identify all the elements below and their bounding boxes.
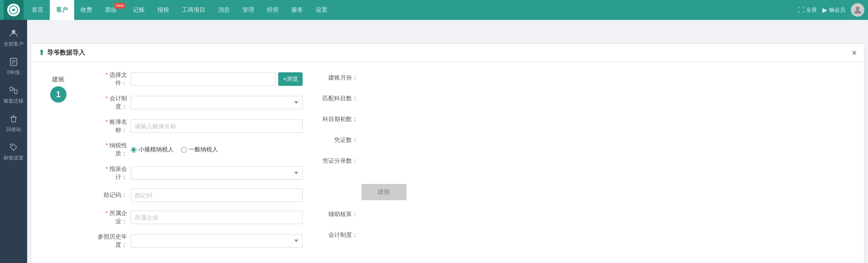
ledger-label: 账簿名称： <box>95 118 131 134</box>
company-label: 所属企业： <box>95 209 131 225</box>
file-row: 选择文件： +浏览 <box>95 71 303 87</box>
nav-items: 首页 客户 收费 票据 new 记账 报税 工商项目 消息 管理 经营 服务 设… <box>25 0 798 20</box>
ledger-input[interactable] <box>131 119 303 133</box>
accountant-label: 指派会计： <box>95 165 131 181</box>
vip-button[interactable]: ▶ 畅会员 <box>822 6 845 14</box>
nav-item-operation[interactable]: 经营 <box>261 0 285 20</box>
fullscreen-icon: ⛶ <box>798 6 804 14</box>
accounting-system-label: 会计制度： <box>321 231 361 239</box>
sidebar-label-zero-report: 0申报 <box>7 69 20 76</box>
dialog-header: ⬆ 导爷数据导入 × <box>31 44 864 62</box>
accountant-row: 指派会计： <box>95 165 303 181</box>
period-label: 科目期初数： <box>321 115 361 123</box>
close-button[interactable]: × <box>852 49 857 57</box>
history-label: 参照历史年度： <box>95 233 131 249</box>
info-area: 建账月份： 匹配科目数： 科目期初数： 凭证数： 凭证分录数： <box>312 71 438 256</box>
nav-item-invoice[interactable]: 票据 new <box>99 0 127 20</box>
period-row: 科目期初数： <box>321 113 429 126</box>
dialog-panel: ⬆ 导爷数据导入 × 建账 1 选择文件： +浏览 <box>31 43 864 263</box>
browse-button[interactable]: +浏览 <box>278 72 303 86</box>
file-input-wrap: +浏览 <box>131 72 303 86</box>
nav-item-tax[interactable]: 报税 <box>151 0 175 20</box>
voucher-label: 凭证数： <box>321 136 361 144</box>
main-content: ⬆ 导爷数据导入 × 建账 1 选择文件： +浏览 <box>27 40 868 263</box>
nav-item-client[interactable]: 客户 <box>50 0 74 20</box>
ledger-row: 账簿名称： <box>95 118 303 134</box>
tax-general-option[interactable]: 一般纳税人 <box>181 146 218 154</box>
new-badge: new <box>114 3 125 9</box>
dialog-body: 建账 1 选择文件： +浏览 会计制度： <box>31 62 864 263</box>
voucher-count-row: 凭证分录数： <box>321 154 429 168</box>
nav-item-settings[interactable]: 设置 <box>309 0 334 20</box>
tag-icon <box>8 142 19 153</box>
nav-item-bookkeeping[interactable]: 记账 <box>127 0 151 20</box>
auxiliary-row: 辅助核算： <box>321 207 429 221</box>
voucher-count-label: 凭证分录数： <box>321 157 361 165</box>
company-row: 所属企业： <box>95 209 303 225</box>
sidebar-label-all-clients: 全部客户 <box>4 41 24 47</box>
memo-row: 助记码： <box>95 188 303 202</box>
tax-small-option[interactable]: 小规模纳税人 <box>131 146 174 154</box>
tax-row: 纳税性质： 小规模纳税人 一般纳税人 <box>95 141 303 158</box>
sidebar: 全部客户 0申报 账套迁移 回收站 标签设置 <box>0 20 27 263</box>
svg-rect-8 <box>14 90 17 94</box>
form-area: 选择文件： +浏览 会计制度： 账簿名称： <box>85 71 312 256</box>
memo-label: 助记码： <box>95 191 131 199</box>
build-account-button[interactable]: 建账 <box>361 184 407 200</box>
tax-general-radio[interactable] <box>181 147 187 153</box>
sidebar-item-transfer[interactable]: 账套迁移 <box>0 81 27 108</box>
sidebar-label-transfer: 账套迁移 <box>4 98 24 104</box>
sidebar-item-recycle[interactable]: 回收站 <box>0 110 27 136</box>
nav-item-message[interactable]: 消息 <box>212 0 236 20</box>
step-number: 1 <box>50 86 66 103</box>
nav-item-home[interactable]: 首页 <box>25 0 50 20</box>
trash-icon <box>8 113 19 124</box>
sidebar-item-zero-report[interactable]: 0申报 <box>0 53 27 80</box>
history-row: 参照历史年度： <box>95 233 303 249</box>
play-icon: ▶ <box>822 6 827 14</box>
auxiliary-label: 辅助核算： <box>321 210 361 218</box>
svg-point-9 <box>12 146 13 146</box>
tax-radio-group: 小规模纳税人 一般纳税人 <box>131 146 303 154</box>
nav-item-manage[interactable]: 管理 <box>236 0 261 20</box>
nav-item-service[interactable]: 服务 <box>285 0 309 20</box>
memo-input[interactable] <box>131 188 303 202</box>
sidebar-label-recycle: 回收站 <box>6 126 21 133</box>
step-area: 建账 1 <box>31 71 85 256</box>
step-label: 建账 <box>52 75 65 84</box>
top-navigation: 首页 客户 收费 票据 new 记账 报税 工商项目 消息 管理 经营 服务 设… <box>0 0 868 20</box>
transfer-icon <box>8 85 19 96</box>
match-row: 匹配科目数： <box>321 92 429 105</box>
nav-item-fee[interactable]: 收费 <box>74 0 99 20</box>
dialog-title: 导爷数据导入 <box>47 49 85 57</box>
accounting-system-row: 会计制度： <box>321 228 429 242</box>
voucher-row: 凭证数： <box>321 133 429 147</box>
match-label: 匹配科目数： <box>321 94 361 103</box>
avatar[interactable] <box>851 3 864 17</box>
tax-small-label: 小规模纳税人 <box>138 146 174 154</box>
file-label: 选择文件： <box>95 71 131 87</box>
import-icon: ⬆ <box>38 48 44 57</box>
nav-item-business[interactable]: 工商项目 <box>175 0 212 20</box>
company-input[interactable] <box>131 211 303 224</box>
history-select[interactable] <box>131 234 303 248</box>
logo-icon <box>7 4 20 16</box>
month-row: 建账月份： <box>321 71 429 85</box>
sidebar-item-tags[interactable]: 标签设置 <box>0 138 27 165</box>
tax-general-label: 一般纳税人 <box>189 146 218 154</box>
tax-small-radio[interactable] <box>131 147 137 153</box>
accounting-label: 会计制度： <box>95 94 131 111</box>
sidebar-label-tags: 标签设置 <box>4 155 24 161</box>
accountant-select[interactable] <box>131 166 303 180</box>
svg-point-2 <box>12 30 15 33</box>
logo[interactable] <box>4 0 24 20</box>
month-label: 建账月份： <box>321 74 361 82</box>
report-icon <box>8 56 19 67</box>
nav-right: ⛶ 全屏 ▶ 畅会员 <box>798 3 864 17</box>
accounting-select[interactable] <box>131 96 303 109</box>
svg-point-1 <box>856 7 859 10</box>
file-input[interactable] <box>131 72 275 86</box>
svg-rect-7 <box>10 87 13 91</box>
sidebar-item-all-clients[interactable]: 全部客户 <box>0 24 27 51</box>
fullscreen-button[interactable]: ⛶ 全屏 <box>798 6 817 14</box>
